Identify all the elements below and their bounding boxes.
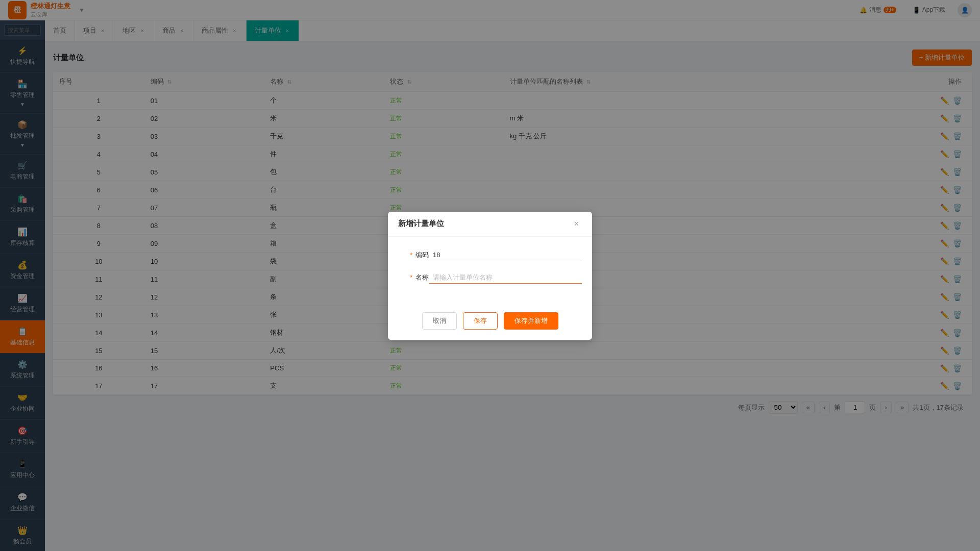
required-mark: * — [410, 251, 412, 259]
dialog-footer: 取消 保存 保存并新增 — [388, 306, 592, 340]
code-input[interactable] — [429, 249, 582, 261]
save-and-new-button[interactable]: 保存并新增 — [504, 312, 558, 330]
dialog-overlay[interactable]: 新增计量单位 × * 编码 * 名称 取消 保存 保存并新增 — [0, 0, 980, 551]
form-label-code: * 编码 — [398, 251, 429, 260]
form-row-name: * 名称 — [398, 271, 582, 284]
dialog-header: 新增计量单位 × — [388, 212, 592, 237]
dialog-body: * 编码 * 名称 — [388, 237, 592, 306]
dialog: 新增计量单位 × * 编码 * 名称 取消 保存 保存并新增 — [388, 212, 592, 340]
dialog-close-button[interactable]: × — [571, 219, 582, 229]
name-input[interactable] — [429, 271, 582, 284]
form-label-name: * 名称 — [398, 273, 429, 282]
dialog-title: 新增计量单位 — [398, 219, 444, 229]
name-label-text: 名称 — [415, 273, 429, 281]
code-label-text: 编码 — [415, 251, 429, 259]
save-button[interactable]: 保存 — [463, 312, 498, 330]
required-mark: * — [410, 273, 412, 281]
cancel-button[interactable]: 取消 — [422, 312, 457, 330]
form-row-code: * 编码 — [398, 249, 582, 261]
